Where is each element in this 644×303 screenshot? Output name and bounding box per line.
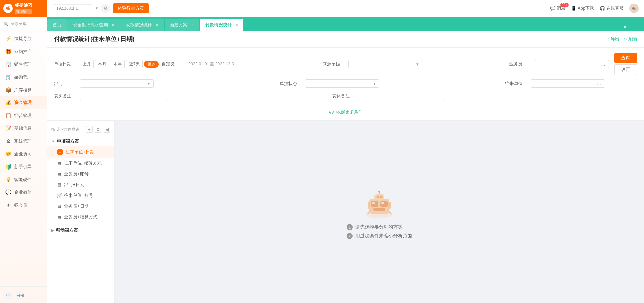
sidebar-item-basic[interactable]: 📝 基础信息 xyxy=(0,122,47,135)
tab-home[interactable]: 首页 xyxy=(47,19,67,31)
notice-button[interactable]: 💬 消息 99+ xyxy=(550,5,565,11)
panel-item-counterpart-date[interactable]: ○ 往来单位+日期 xyxy=(47,146,114,158)
panel-item-dept-date[interactable]: ▦ 部门+日期 xyxy=(47,179,114,190)
mobile-section-arrow: ▶ xyxy=(51,228,54,233)
search-icon: 🔍 xyxy=(3,22,8,26)
panel-actions: + ⚙ ◀ xyxy=(86,126,110,133)
page-title: 付款情况统计(往来单位+日期) xyxy=(54,35,135,43)
sidebar-item-weixin[interactable]: 💬 企业微信 xyxy=(0,186,47,199)
topbar-settings-button[interactable]: ⚙ xyxy=(101,4,110,13)
panel-add-button[interactable]: + xyxy=(86,126,93,133)
column-settings-button[interactable]: 设置 xyxy=(614,64,637,75)
export-button[interactable]: ↑ 导出 xyxy=(607,36,620,42)
sidebar-item-enterprise[interactable]: 🤝 企业协同 xyxy=(0,148,47,160)
tab-new-plan[interactable]: 新建方案 ✕ xyxy=(165,19,199,31)
operations-icon: 📋 xyxy=(5,113,11,119)
user-avatar[interactable]: Rit xyxy=(629,4,639,13)
sidebar-item-label: 营销推广 xyxy=(14,49,32,55)
sidebar-search-area[interactable]: 🔍 搜索菜单 xyxy=(0,17,47,31)
topbar-right: 💬 消息 99+ 📱 App下载 🎧 在线客服 Rit xyxy=(550,4,639,13)
dept-select[interactable]: ▾ xyxy=(80,79,154,88)
source-select[interactable]: ▾ xyxy=(348,60,422,68)
dept-label: 部门 xyxy=(54,81,74,87)
custom-date-label: 自定义 xyxy=(162,61,182,67)
salesman-select[interactable]: … xyxy=(535,60,609,68)
table-body-note-input[interactable] xyxy=(358,92,445,100)
voucher-status-select[interactable]: ▾ xyxy=(305,79,379,88)
filter-row-1: 单据日期 上月 本月 本年 近7天 更多 自定义 2022-01-01 至 20… xyxy=(54,53,637,75)
svg-rect-9 xyxy=(374,194,384,200)
collapse-sidebar-button[interactable]: ◀◀ xyxy=(16,290,25,300)
online-service-label: 在线客服 xyxy=(606,5,624,11)
sidebar-item-purchase[interactable]: 🛒 采购管理 xyxy=(0,71,47,84)
sidebar-item-vip[interactable]: ✦ 畅会员 xyxy=(0,199,47,212)
sidebar-item-sales[interactable]: 📊 销售管理 xyxy=(0,58,47,71)
table-body-note-label: 表体备注 xyxy=(332,93,352,99)
counterpart-select[interactable]: … xyxy=(531,79,605,88)
export-icon: ↑ xyxy=(607,37,610,42)
system-icon: ⚙ xyxy=(5,138,11,144)
sidebar-item-finance[interactable]: 💰 资金管理 xyxy=(0,96,47,109)
tab-collection-stats[interactable]: 收款情况统计 ✕ xyxy=(120,19,164,31)
svg-rect-5 xyxy=(381,202,384,204)
panel-query-label: 按以下方案查询 xyxy=(51,127,80,132)
panel-item-salesman-date[interactable]: ▦ 业务员+日期 xyxy=(47,201,114,212)
sidebar-item-operations[interactable]: 📋 经营管理 xyxy=(0,109,47,122)
last-7-days-btn[interactable]: 近7天 xyxy=(126,60,143,68)
query-button[interactable]: 查询 xyxy=(614,53,637,63)
online-service-button[interactable]: 🎧 在线客服 xyxy=(599,5,624,11)
app-download-button[interactable]: 📱 App下载 xyxy=(571,5,594,11)
panel-item-label: 业务员+结算方式 xyxy=(64,214,97,220)
refresh-icon: ↻ xyxy=(623,37,627,42)
sidebar: 畅 畅捷通巧 标准版 🔍 搜索菜单 ⚡ 快捷导航 🎁 营销推广 📊 销售管理 🛒… xyxy=(0,0,47,303)
tab-payment-stats[interactable]: 付款情况统计 ✕ xyxy=(200,19,243,31)
sidebar-item-guide[interactable]: 🔰 新手引导 xyxy=(0,160,47,173)
trial-plan-button[interactable]: 体验行业方案 xyxy=(113,3,149,13)
collapse-more-btn[interactable]: ∧∧ 收起更多条件 xyxy=(328,106,363,115)
maximize-button[interactable]: ⛶ xyxy=(632,23,640,31)
panel-desktop-header[interactable]: ▼ 电脑端方案 xyxy=(47,136,114,146)
panel-item-label: 往来单位+结算方式 xyxy=(64,160,102,166)
panel-mobile-header[interactable]: ▶ 移动端方案 xyxy=(47,225,114,235)
panel-item-salesman-account[interactable]: ▦ 业务员+账号 xyxy=(47,169,114,179)
panel-settings-button[interactable]: ⚙ xyxy=(95,126,101,133)
chart-icon: 📈 xyxy=(57,193,62,198)
table-header-note-input[interactable] xyxy=(80,92,167,100)
last-month-btn[interactable]: 上月 xyxy=(80,60,94,68)
sidebar-item-marketing[interactable]: 🎁 营销推广 xyxy=(0,45,47,58)
sidebar-item-label: 系统管理 xyxy=(14,138,32,144)
panel-item-counterpart-account[interactable]: 📈 往来单位+账号 xyxy=(47,190,114,201)
close-all-tabs-button[interactable]: ✕ xyxy=(621,23,629,31)
empty-tip-2-text: 用过滤条件来缩小分析范围 xyxy=(355,233,412,239)
collection-stats-tab-close[interactable]: ✕ xyxy=(155,23,158,27)
purchase-icon: 🛒 xyxy=(5,74,11,80)
payment-stats-tab-label: 付款情况统计 xyxy=(205,22,232,28)
voucher-status-label: 单据状态 xyxy=(280,81,300,87)
finance-icon: 💰 xyxy=(5,100,11,106)
panel-item-counterpart-settlement[interactable]: ▦ 往来单位+结算方式 xyxy=(47,158,114,169)
this-month-btn[interactable]: 本月 xyxy=(95,60,109,68)
new-plan-tab-label: 新建方案 xyxy=(170,22,187,28)
sidebar-item-hardware[interactable]: 💡 智能硬件 xyxy=(0,173,47,186)
new-plan-tab-close[interactable]: ✕ xyxy=(191,23,194,27)
panel-collapse-button[interactable]: ◀ xyxy=(104,126,110,133)
sidebar-item-quick-nav[interactable]: ⚡ 快捷导航 xyxy=(0,32,47,45)
sidebar-logo: 畅 畅捷通巧 标准版 xyxy=(0,0,47,17)
settings-bottom-button[interactable]: ⚙ xyxy=(3,290,13,300)
search-menu-button[interactable]: 🔍 搜索菜单 xyxy=(3,20,43,28)
panel-item-salesman-settlement[interactable]: ▦ 业务员+结算方式 xyxy=(47,212,114,222)
sidebar-item-inventory[interactable]: 📦 库存核算 xyxy=(0,84,47,96)
refresh-button[interactable]: ↻ 刷新 xyxy=(623,36,637,42)
panel-item-label: 业务员+日期 xyxy=(64,203,89,209)
main-content-area: 192.168.1.1 ▾ ⚙ 体验行业方案 💬 消息 99+ 📱 App下载 … xyxy=(47,0,644,303)
payment-stats-tab-close[interactable]: ✕ xyxy=(235,23,238,27)
collapse-arrow-icon: ∧∧ xyxy=(328,110,335,115)
bank-flow-tab-close[interactable]: ✕ xyxy=(111,23,114,27)
sidebar-item-label: 采购管理 xyxy=(14,74,32,80)
sidebar-item-label: 智能硬件 xyxy=(14,177,32,183)
sidebar-item-system[interactable]: ⚙ 系统管理 xyxy=(0,135,47,148)
more-dates-btn[interactable]: 更多 xyxy=(144,61,159,68)
address-dropdown-button[interactable]: ▾ xyxy=(96,6,98,11)
this-year-btn[interactable]: 本年 xyxy=(111,60,125,68)
tab-bank-flow[interactable]: 现金银行流水查询 ✕ xyxy=(67,19,120,31)
